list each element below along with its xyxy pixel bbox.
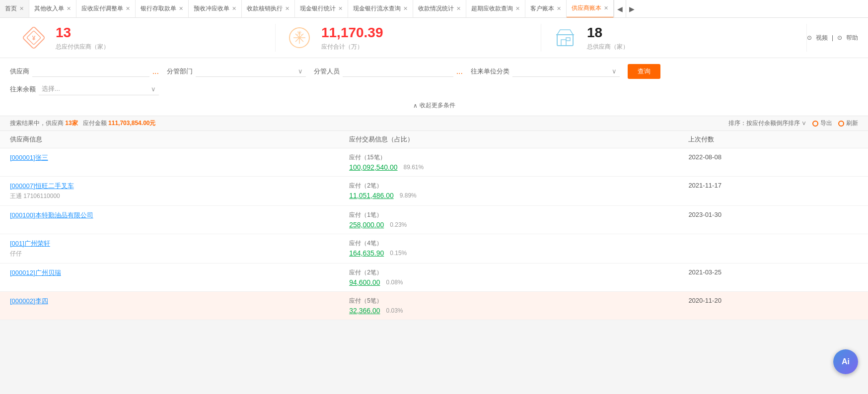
- tab-ar-ap-adjust-close[interactable]: ✕: [126, 5, 130, 12]
- circle-icon: ⊙: [807, 34, 812, 41]
- tab-home[interactable]: 首页 ✕: [0, 0, 29, 18]
- supplier-link-4[interactable]: [001]广州荣轩: [10, 240, 50, 247]
- tab-receipt-verify-close[interactable]: ✕: [285, 5, 289, 12]
- summary-card-suppliers-payable: ¥ 13 总应付供应商（家）: [10, 24, 276, 52]
- tab-receipt-verify[interactable]: 收款核销执行 ✕: [242, 0, 295, 18]
- tab-overdue-ar[interactable]: 超期应收款查询 ✕: [466, 0, 525, 18]
- table-row: [000100]本特勤油品有限公司 应付（1笔） 258,000.00 0.23…: [0, 206, 868, 234]
- result-amount: 111,703,854.00元: [108, 120, 155, 127]
- tab-bank-deposit[interactable]: 银行存取款单 ✕: [136, 0, 189, 18]
- category-select[interactable]: ∨: [512, 66, 620, 77]
- svg-rect-9: [557, 35, 573, 46]
- supplier-input[interactable]: [32, 66, 149, 77]
- export-icon: [812, 121, 818, 127]
- balance-select[interactable]: 选择... ∨: [39, 83, 159, 95]
- supplier-link-5[interactable]: [000012]广州贝瑞: [10, 269, 61, 276]
- supplier-cell-3: [000100]本特勤油品有限公司: [10, 211, 349, 220]
- collapse-up-icon: ∧: [413, 102, 418, 109]
- summary-label-total-suppliers: 总供应商（家）: [587, 43, 629, 51]
- video-link[interactable]: 视频: [816, 34, 828, 42]
- result-sort-label[interactable]: 排序：按应付余额倒序排序 ∨: [728, 119, 806, 128]
- help-link[interactable]: 帮助: [846, 34, 858, 42]
- tx-percent-3: 0.23%: [390, 221, 407, 228]
- summary-icon-diamond: ¥: [20, 24, 48, 52]
- tx-label-6: 应付（5笔）: [349, 297, 688, 305]
- sort-arrow-icon: ∨: [801, 120, 806, 127]
- person-label: 分管人员: [314, 67, 340, 76]
- tab-cash-stat[interactable]: 现金银行统计 ✕: [295, 0, 348, 18]
- date-cell-6: 2020-11-20: [688, 297, 858, 304]
- person-dots-icon[interactable]: ...: [456, 67, 463, 76]
- tab-overdue-ar-close[interactable]: ✕: [515, 5, 520, 12]
- tab-receipt-stat-close[interactable]: ✕: [456, 5, 461, 12]
- tx-cell-5: 应付（2笔） 94,600.00 0.08%: [349, 268, 688, 286]
- tx-amount-1[interactable]: 100,092,540.00: [349, 163, 397, 171]
- top-navigation: 首页 ✕ 其他收入单 ✕ 应收应付调整单 ✕ 银行存取款单 ✕ 预收冲应收单 ✕…: [0, 0, 868, 18]
- date-cell-5: 2021-03-25: [688, 268, 858, 276]
- dept-arrow-icon: ∨: [298, 67, 303, 75]
- tab-prepay-offset-close[interactable]: ✕: [232, 5, 236, 12]
- supplier-link-3[interactable]: [000100]本特勤油品有限公司: [10, 211, 93, 219]
- supplier-sub-2: 王通 17106110000: [10, 192, 349, 200]
- refresh-action[interactable]: 刷新: [838, 119, 858, 128]
- tx-amount-5[interactable]: 94,600.00: [349, 278, 380, 286]
- supplier-dots-icon[interactable]: ...: [152, 67, 159, 76]
- person-input[interactable]: [343, 66, 453, 77]
- tx-row-2: 11,051,486.00 9.89%: [349, 192, 688, 199]
- tx-cell-2: 应付（2笔） 11,051,486.00 9.89%: [349, 182, 688, 199]
- tab-supplier-book-close[interactable]: ✕: [604, 5, 608, 11]
- tab-cash-flow-close[interactable]: ✕: [403, 5, 408, 12]
- tab-receipt-stat[interactable]: 收款情况统计 ✕: [413, 0, 466, 18]
- filter-item-person: 分管人员 ...: [314, 66, 463, 77]
- tab-home-close[interactable]: ✕: [19, 5, 24, 12]
- tx-cell-6: 应付（5笔） 32,366.00 0.03%: [349, 297, 688, 315]
- supplier-cell-4: [001]广州荣轩 仔仔: [10, 239, 349, 258]
- tab-ar-ap-adjust[interactable]: 应收应付调整单 ✕: [76, 0, 136, 18]
- supplier-link-2[interactable]: [000007]恒旺二手叉车: [10, 182, 74, 190]
- refresh-icon: [838, 121, 844, 127]
- collapse-button[interactable]: ∧ 收起更多条件: [10, 99, 858, 112]
- tab-cash-stat-close[interactable]: ✕: [338, 5, 343, 12]
- filter-row-1: 供应商 ... 分管部门 ∨ 分管人员 ... 往来单位分类: [10, 64, 858, 79]
- svg-rect-10: [561, 40, 566, 46]
- collapse-label: 收起更多条件: [420, 101, 455, 110]
- tab-bank-deposit-close[interactable]: ✕: [179, 5, 183, 12]
- tab-customer-book[interactable]: 客户账本 ✕: [525, 0, 567, 18]
- balance-value: 选择...: [42, 84, 60, 93]
- tx-label-2: 应付（2笔）: [349, 182, 688, 190]
- summary-number-total-suppliers: 18: [587, 24, 629, 41]
- tx-cell-3: 应付（1笔） 258,000.00 0.23%: [349, 211, 688, 229]
- dept-select[interactable]: ∨: [196, 66, 306, 77]
- tab-customer-book-close[interactable]: ✕: [557, 5, 561, 12]
- balance-arrow-icon: ∨: [151, 85, 156, 93]
- nav-right-arrow[interactable]: ▶: [626, 0, 638, 18]
- tx-label-3: 应付（1笔）: [349, 211, 688, 219]
- tx-row-5: 94,600.00 0.08%: [349, 278, 688, 286]
- tab-other-income[interactable]: 其他收入单 ✕: [29, 0, 76, 18]
- tx-amount-3[interactable]: 258,000.00: [349, 221, 384, 229]
- tx-amount-6[interactable]: 32,366.00: [349, 307, 380, 315]
- table-row: [001]广州荣轩 仔仔 应付（4笔） 164,635.90 0.15%: [0, 234, 868, 263]
- tab-cash-flow[interactable]: 现金银行流水查询 ✕: [348, 0, 413, 18]
- supplier-cell-1: [000001]张三: [10, 153, 349, 162]
- tx-amount-2[interactable]: 11,051,486.00: [349, 192, 394, 199]
- query-button[interactable]: 查询: [628, 64, 660, 79]
- summary-number-payable: 13: [56, 24, 109, 41]
- supplier-link-1[interactable]: [000001]张三: [10, 154, 48, 161]
- result-count: 13家: [65, 120, 77, 127]
- nav-left-arrow[interactable]: ◀: [614, 0, 626, 18]
- tab-supplier-book[interactable]: 供应商账本 ✕: [567, 0, 614, 18]
- table-row: [000001]张三 应付（15笔） 100,092,540.00 89.61%…: [0, 148, 868, 177]
- summary-info-total-amount: 11,170.39 应付合计（万）: [321, 24, 383, 51]
- tab-prepay-offset[interactable]: 预收冲应收单 ✕: [189, 0, 242, 18]
- export-action[interactable]: 导出: [812, 119, 832, 128]
- filter-item-balance: 往来余额 选择... ∨: [10, 83, 159, 95]
- summary-icon-shop: [551, 24, 579, 52]
- tx-label-1: 应付（15笔）: [349, 153, 688, 162]
- filter-item-supplier: 供应商 ...: [10, 66, 159, 77]
- supplier-link-6[interactable]: [000002]李四: [10, 297, 48, 305]
- table-header: 供应商信息 应付交易信息（占比） 上次付数: [0, 131, 868, 148]
- tab-other-income-close[interactable]: ✕: [67, 5, 71, 12]
- tx-amount-4[interactable]: 164,635.90: [349, 249, 384, 257]
- tx-percent-4: 0.15%: [390, 250, 407, 257]
